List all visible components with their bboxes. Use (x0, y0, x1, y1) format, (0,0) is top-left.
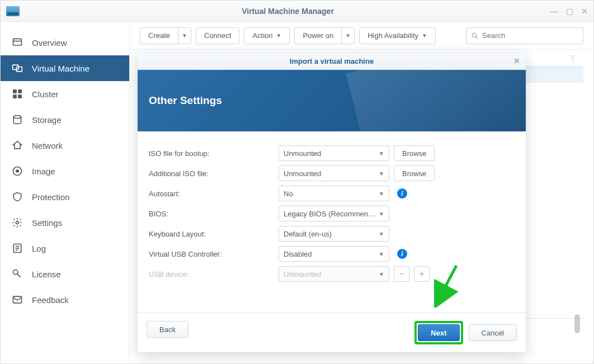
bios-select[interactable]: Legacy BIOS (Recommended)▼ (279, 206, 389, 221)
sidebar-item-label: Virtual Machine (32, 64, 89, 73)
field-label-bios: BIOS: (149, 210, 279, 218)
chevron-down-icon: ▼ (379, 150, 384, 157)
window-titlebar: Virtual Machine Manager — ▢ ✕ (1, 1, 593, 22)
sidebar-item-settings[interactable]: Settings (1, 210, 129, 235)
action-button[interactable]: Action▼ (244, 27, 290, 44)
svg-rect-7 (18, 95, 22, 98)
dialog-title: Import a virtual machine (290, 57, 374, 65)
toolbar: Create ▼ Connect Action▼ Power on ▼ High… (130, 22, 593, 50)
search-input[interactable] (482, 31, 578, 40)
connect-button[interactable]: Connect (196, 27, 239, 44)
sidebar-item-label: Feedback (32, 295, 69, 305)
search-icon (471, 32, 479, 40)
sidebar-item-overview[interactable]: Overview (1, 30, 129, 55)
sidebar-item-log[interactable]: Log (1, 235, 129, 261)
table-menu-icon[interactable]: ⋮ (569, 54, 577, 62)
create-dropdown-button[interactable]: ▼ (178, 27, 191, 44)
additional-iso-select[interactable]: Unmounted▼ (279, 166, 389, 181)
chevron-down-icon: ▼ (379, 171, 384, 177)
storage-icon (12, 114, 23, 125)
add-usb-button[interactable]: + (414, 266, 430, 282)
window-minimize-icon[interactable]: — (550, 7, 558, 15)
autostart-select[interactable]: No▼ (279, 186, 389, 201)
network-icon (12, 140, 23, 151)
search-box[interactable] (466, 27, 583, 44)
sidebar: Overview Virtual Machine Cluster Storage… (1, 22, 130, 363)
window-maximize-icon[interactable]: ▢ (566, 7, 573, 15)
sidebar-item-storage[interactable]: Storage (1, 107, 129, 133)
sidebar-item-network[interactable]: Network (1, 133, 129, 158)
import-vm-dialog: Import a virtual machine ✕ Other Setting… (138, 53, 526, 352)
usb-device-select: Unmounted▼ (279, 266, 389, 282)
sidebar-item-license[interactable]: License (1, 261, 129, 287)
sidebar-item-label: Protection (32, 192, 70, 202)
feedback-icon (12, 294, 23, 305)
gear-icon (12, 217, 23, 228)
keyboard-layout-select[interactable]: Default (en-us)▼ (279, 226, 389, 242)
svg-rect-4 (13, 90, 17, 93)
sidebar-item-label: Overview (32, 38, 67, 48)
sidebar-item-label: Network (32, 141, 63, 150)
close-icon[interactable]: ✕ (513, 56, 520, 65)
sidebar-item-protection[interactable]: Protection (1, 184, 129, 210)
field-label-iso-bootup: ISO file for bootup: (149, 149, 279, 158)
svg-point-10 (16, 170, 19, 173)
info-icon[interactable]: i (397, 249, 407, 259)
chevron-down-icon: ▼ (379, 191, 384, 197)
sidebar-item-virtual-machine[interactable]: Virtual Machine (1, 55, 129, 81)
cluster-icon (12, 88, 23, 100)
license-icon (12, 268, 23, 280)
vm-icon (12, 63, 23, 74)
svg-rect-5 (18, 90, 22, 93)
create-button[interactable]: Create (140, 27, 178, 44)
svg-line-19 (476, 36, 478, 39)
poweron-button[interactable]: Power on (294, 27, 341, 44)
log-icon (12, 243, 23, 254)
svg-point-11 (16, 221, 19, 224)
back-button[interactable]: Back (147, 321, 188, 338)
iso-bootup-select[interactable]: Unmounted▼ (279, 145, 389, 161)
field-label-additional-iso: Additional ISO file: (149, 169, 279, 178)
chevron-down-icon: ▼ (379, 271, 384, 277)
svg-point-8 (13, 116, 21, 119)
sidebar-item-label: Image (32, 167, 55, 176)
sidebar-item-image[interactable]: Image (1, 158, 129, 184)
chevron-down-icon: ▼ (379, 231, 384, 237)
svg-point-18 (472, 33, 476, 37)
field-label-usb-device: USB device: (149, 270, 279, 278)
protection-icon (12, 191, 23, 202)
next-button-highlight: Next (414, 321, 463, 344)
overview-icon (12, 37, 23, 48)
next-button[interactable]: Next (418, 324, 459, 341)
browse-iso-bootup-button[interactable]: Browse (394, 145, 435, 161)
sidebar-item-label: Settings (32, 218, 62, 228)
sidebar-item-label: Storage (32, 115, 62, 125)
field-label-autostart: Autostart: (149, 190, 279, 198)
usb-controller-select[interactable]: Disabled▼ (279, 246, 389, 262)
window-close-icon[interactable]: ✕ (581, 7, 588, 15)
dialog-titlebar: Import a virtual machine ✕ (138, 53, 526, 70)
info-icon[interactable]: i (397, 188, 407, 198)
poweron-dropdown-button[interactable]: ▼ (341, 27, 355, 44)
sidebar-item-feedback[interactable]: Feedback (1, 287, 129, 313)
dialog-hero: Other Settings (138, 70, 526, 131)
svg-rect-0 (13, 39, 22, 45)
svg-rect-6 (13, 95, 17, 98)
scrollbar-thumb[interactable] (574, 314, 580, 333)
image-icon (12, 166, 23, 177)
field-label-keyboard: Keyboard Layout: (149, 230, 279, 238)
field-label-usb-controller: Virtual USB Controller: (149, 250, 279, 258)
cancel-button[interactable]: Cancel (469, 324, 517, 341)
remove-usb-button[interactable]: − (394, 266, 409, 282)
sidebar-item-label: Cluster (32, 89, 59, 99)
sidebar-item-label: License (32, 270, 61, 279)
chevron-down-icon: ▼ (379, 251, 384, 257)
app-icon (6, 6, 20, 16)
app-title: Virtual Machine Manager (25, 7, 550, 16)
dialog-heading: Other Settings (149, 94, 222, 107)
sidebar-item-cluster[interactable]: Cluster (1, 81, 129, 107)
chevron-down-icon: ▼ (379, 211, 384, 217)
high-availability-button[interactable]: High Availability▼ (359, 27, 436, 44)
browse-additional-iso-button[interactable]: Browse (394, 166, 435, 181)
sidebar-item-label: Log (32, 244, 46, 253)
